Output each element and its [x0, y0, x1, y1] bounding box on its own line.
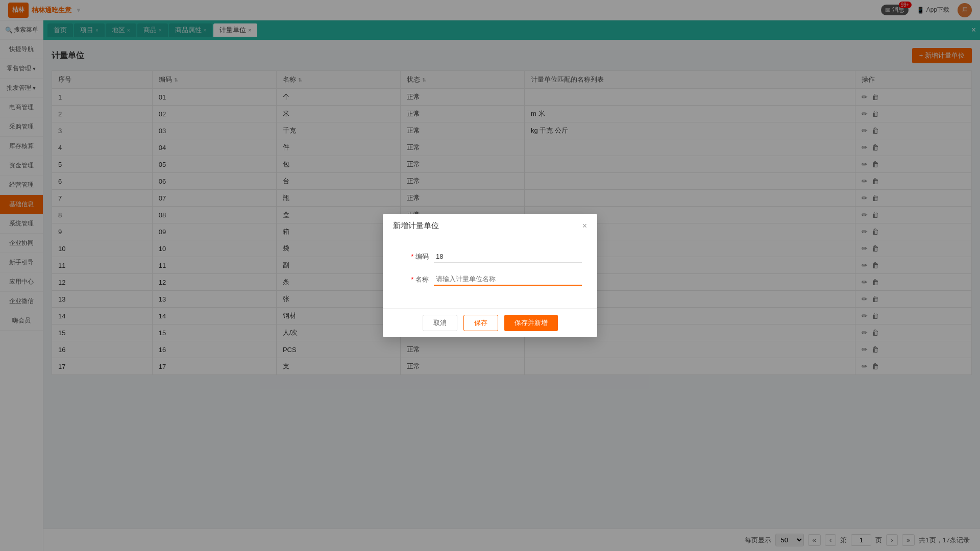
required-star-code: *	[411, 253, 413, 260]
modal-overlay: 新增计量单位 × * 编码 * 名称 取消 保存 保存并新增	[0, 0, 980, 551]
form-row-code: * 编码	[398, 251, 582, 263]
modal-title: 新增计量单位	[393, 221, 439, 231]
code-label: * 编码	[398, 252, 429, 261]
required-star-name: *	[411, 276, 413, 283]
name-input[interactable]	[434, 273, 582, 286]
add-unit-modal: 新增计量单位 × * 编码 * 名称 取消 保存 保存并新增	[383, 214, 597, 337]
cancel-button[interactable]: 取消	[423, 315, 457, 331]
modal-header: 新增计量单位 ×	[383, 214, 597, 238]
save-button[interactable]: 保存	[463, 315, 498, 331]
code-input[interactable]	[434, 251, 582, 263]
modal-body: * 编码 * 名称	[383, 238, 597, 308]
save-new-button[interactable]: 保存并新增	[504, 315, 558, 331]
name-label: * 名称	[398, 275, 429, 284]
form-row-name: * 名称	[398, 273, 582, 286]
modal-close-button[interactable]: ×	[582, 221, 587, 231]
modal-footer: 取消 保存 保存并新增	[383, 308, 597, 337]
